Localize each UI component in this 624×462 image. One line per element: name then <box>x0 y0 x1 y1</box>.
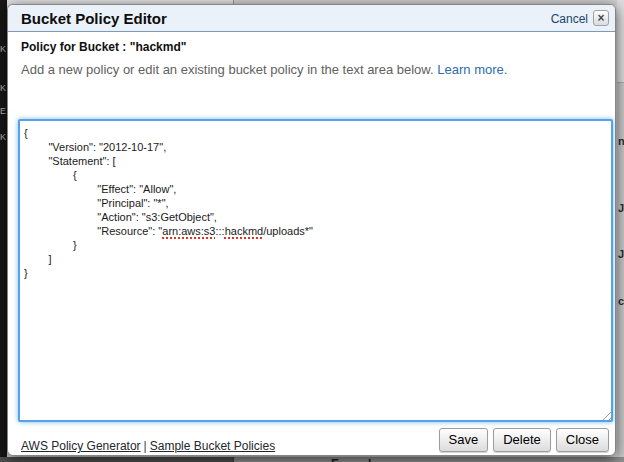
bg-text-fragment: n <box>618 136 624 147</box>
delete-button[interactable]: Delete <box>493 428 551 452</box>
close-button[interactable]: Close <box>556 428 609 452</box>
description-text: Add a new policy or edit an existing buc… <box>21 62 507 77</box>
screen: K K E K n J J c E l Bucket Policy Editor… <box>0 0 624 462</box>
bg-text-fragment: K <box>0 133 6 142</box>
cancel-link[interactable]: Cancel <box>551 12 588 26</box>
learn-more-link[interactable]: Learn more. <box>437 62 507 77</box>
policy-textarea[interactable]: { "Version": "2012-10-17", "Statement": … <box>18 119 613 422</box>
background-right-top-section <box>617 0 624 83</box>
background-page-bottom: E l <box>0 457 624 462</box>
background-page-right: n J J c <box>617 0 624 462</box>
bg-text-fragment: c <box>618 296 624 307</box>
bg-text-fragment: E <box>331 458 339 462</box>
description-span: Add a new policy or edit an existing buc… <box>21 62 434 77</box>
aws-policy-generator-link[interactable]: AWS Policy Generator <box>21 439 141 453</box>
background-column-divider-bottom <box>233 457 234 462</box>
bucket-policy-editor-dialog: Bucket Policy Editor Cancel × Policy for… <box>7 4 616 456</box>
bg-text-fragment: J <box>618 249 624 260</box>
dialog-title: Bucket Policy Editor <box>21 10 167 27</box>
close-icon[interactable]: × <box>593 10 609 26</box>
bg-text-fragment: J <box>618 203 624 214</box>
save-button[interactable]: Save <box>439 428 489 452</box>
background-page-left: K K E K <box>0 0 7 462</box>
policy-for-bucket-heading: Policy for Bucket : "hackmd" <box>21 40 186 54</box>
sample-bucket-policies-link[interactable]: Sample Bucket Policies <box>150 439 275 453</box>
footer-buttons: Save Delete Close <box>439 428 609 452</box>
dialog-header: Bucket Policy Editor Cancel × <box>8 5 615 32</box>
bg-text-fragment: l <box>368 458 371 462</box>
bg-text-fragment: K <box>0 45 6 54</box>
bg-text-fragment: E <box>0 107 6 116</box>
bg-text-fragment: K <box>0 84 6 93</box>
link-separator: | <box>141 439 150 453</box>
footer-links: AWS Policy Generator|Sample Bucket Polic… <box>21 439 275 453</box>
